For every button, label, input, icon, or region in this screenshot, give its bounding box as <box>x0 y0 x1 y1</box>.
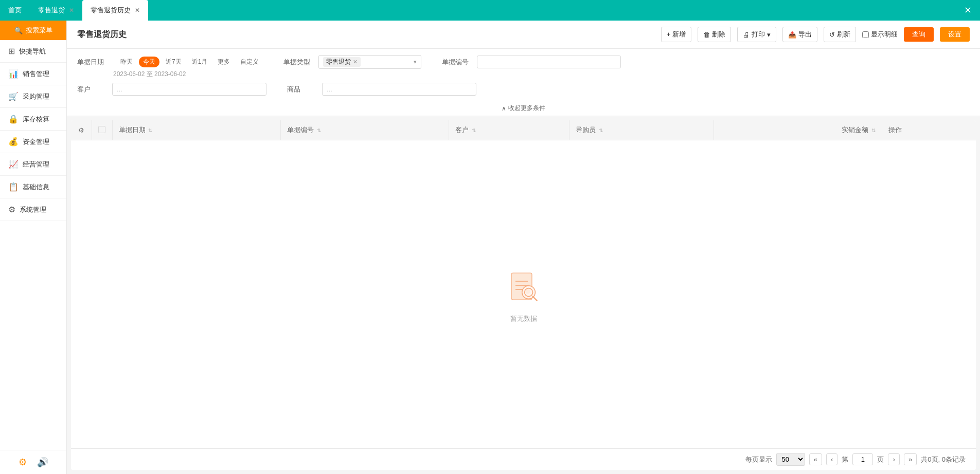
page-title: 零售退货历史 <box>77 29 127 40</box>
total-text: 共0页, 0条记录 <box>921 455 966 464</box>
audio-icon[interactable]: 🔊 <box>37 457 48 468</box>
customer-label: 客户 <box>77 85 108 94</box>
quick-nav-icon: ⊞ <box>8 46 15 56</box>
sort-doc-date-icon: ⇅ <box>148 127 152 133</box>
page-label: 第 <box>842 455 848 464</box>
first-page-btn[interactable]: « <box>809 453 822 465</box>
date-opt-yesterday[interactable]: 昨天 <box>116 57 137 67</box>
tab-retail-return-history-close[interactable]: ✕ <box>135 7 140 14</box>
sort-guide-icon: ⇅ <box>599 127 603 133</box>
purchase-icon: 🛒 <box>8 92 19 101</box>
refresh-button[interactable]: ↺ 刷新 <box>824 27 856 42</box>
set-button[interactable]: 设置 <box>940 27 970 42</box>
delete-button[interactable]: 🗑 删除 <box>698 27 731 42</box>
th-operation: 操作 <box>882 120 976 140</box>
date-opt-1month[interactable]: 近1月 <box>188 57 212 67</box>
filter-area: 单据日期 昨天 今天 近7天 近1月 更多 自定义 单据类型 <box>67 49 980 116</box>
system-icon: ⚙ <box>8 205 15 214</box>
sidebar-search[interactable]: 🔍 搜索菜单 <box>0 21 66 40</box>
new-button[interactable]: + 新增 <box>661 27 691 42</box>
type-label: 单据类型 <box>283 58 314 67</box>
date-opt-today[interactable]: 今天 <box>139 57 159 67</box>
sidebar-item-inventory[interactable]: 🔒 库存核算 <box>0 108 66 131</box>
type-tag-close[interactable]: ✕ <box>353 59 358 65</box>
search-icon: 🔍 <box>14 27 23 34</box>
basic-info-icon: 📋 <box>8 182 19 192</box>
last-page-btn[interactable]: » <box>904 453 917 465</box>
sidebar-bottom: ⚙ 🔊 <box>0 450 66 474</box>
sales-icon: 📊 <box>8 69 19 79</box>
th-settings[interactable]: ⚙ <box>71 120 92 140</box>
sidebar-item-basic-info[interactable]: 📋 基础信息 <box>0 176 66 198</box>
doc-number-input[interactable] <box>477 56 621 68</box>
per-page-select[interactable]: 50 10 20 100 <box>776 453 805 466</box>
th-doc-date[interactable]: 单据日期 ⇅ <box>112 120 280 140</box>
tab-home[interactable]: 首页 <box>0 0 30 21</box>
refresh-icon: ↺ <box>829 31 835 39</box>
date-opt-custom[interactable]: 自定义 <box>236 57 263 67</box>
th-guide[interactable]: 导购员 ⇅ <box>569 120 714 140</box>
sidebar-item-system-mgmt[interactable]: ⚙ 系统管理 <box>0 198 66 221</box>
prev-page-btn[interactable]: ‹ <box>826 453 838 465</box>
page-number-input[interactable] <box>852 453 873 465</box>
th-actual-amount[interactable]: 实销金额 ⇅ <box>714 120 882 140</box>
type-filter: 单据类型 零售退货 ✕ ▾ <box>283 55 421 69</box>
customer-input[interactable] <box>112 83 266 96</box>
top-bar: 首页 零售退货 ✕ 零售退货历史 ✕ ✕ <box>0 0 980 21</box>
query-button[interactable]: 查询 <box>904 27 934 42</box>
date-label: 单据日期 <box>77 58 108 67</box>
pagination-bar: 每页显示 50 10 20 100 « ‹ 第 页 › » 共0页, 0条记录 <box>71 448 976 470</box>
print-icon: 🖨 <box>743 31 750 39</box>
finance-icon: 💰 <box>8 137 19 147</box>
svg-line-6 <box>532 297 537 301</box>
doc-number-label: 单据编号 <box>442 58 473 67</box>
main-content: 零售退货历史 + 新增 🗑 删除 🖨 打印 ▾ 📤 导出 ↺ <box>67 21 980 474</box>
date-opt-more[interactable]: 更多 <box>213 57 234 67</box>
settings-bottom-icon[interactable]: ⚙ <box>19 457 27 468</box>
tab-retail-return-close[interactable]: ✕ <box>69 7 74 14</box>
delete-icon: 🗑 <box>703 31 710 39</box>
sort-doc-no-icon: ⇅ <box>317 127 321 133</box>
print-dropdown-icon: ▾ <box>767 31 771 39</box>
date-opt-7days[interactable]: 近7天 <box>162 57 186 67</box>
select-all-checkbox[interactable] <box>98 126 105 133</box>
main-layout: 🔍 搜索菜单 ⊞ 快捷导航 📊 销售管理 🛒 采购管理 🔒 库存核算 💰 资金管… <box>0 21 980 474</box>
th-checkbox[interactable] <box>92 120 112 140</box>
collapse-button[interactable]: ∧ 收起更多条件 <box>77 101 970 116</box>
page-suffix: 页 <box>877 455 884 464</box>
type-select-arrow: ▾ <box>414 59 417 65</box>
operations-icon: 📈 <box>8 159 19 169</box>
sidebar-item-sales-mgmt[interactable]: 📊 销售管理 <box>0 63 66 85</box>
sidebar-item-quick-nav[interactable]: ⊞ 快捷导航 <box>0 40 66 63</box>
th-customer[interactable]: 客户 ⇅ <box>449 120 569 140</box>
date-range-display: 2023-06-02 至 2023-06-02 <box>113 70 970 79</box>
next-page-btn[interactable]: › <box>888 453 899 465</box>
export-button[interactable]: 📤 导出 <box>782 27 817 42</box>
filter-row-2: 客户 商品 <box>77 83 970 96</box>
show-detail-checkbox[interactable] <box>862 31 869 38</box>
tab-retail-return-history[interactable]: 零售退货历史 ✕ <box>82 0 148 21</box>
print-button[interactable]: 🖨 打印 ▾ <box>737 27 776 42</box>
sidebar-item-operations[interactable]: 📈 经营管理 <box>0 153 66 176</box>
goods-input[interactable] <box>322 83 476 96</box>
window-close-button[interactable]: ✕ <box>964 5 980 16</box>
pagination-wrapper: 每页显示 50 10 20 100 « ‹ 第 页 › » 共0页, 0条记录 <box>71 448 976 470</box>
svg-point-7 <box>525 289 530 294</box>
customer-filter: 客户 <box>77 83 266 96</box>
date-filter: 单据日期 昨天 今天 近7天 近1月 更多 自定义 <box>77 57 263 67</box>
th-doc-no[interactable]: 单据编号 ⇅ <box>280 120 449 140</box>
collapse-icon: ∧ <box>502 105 506 112</box>
tab-list: 首页 零售退货 ✕ 零售退货历史 ✕ <box>0 0 964 21</box>
doc-number-filter: 单据编号 <box>442 56 621 68</box>
sort-customer-icon: ⇅ <box>472 127 476 133</box>
empty-state: 暂无数据 <box>503 267 544 323</box>
show-detail-checkbox-label[interactable]: 显示明细 <box>862 30 898 39</box>
data-table: ⚙ 单据日期 ⇅ 单据编号 ⇅ <box>71 120 976 140</box>
sort-amount-icon: ⇅ <box>871 127 876 133</box>
tab-retail-return[interactable]: 零售退货 ✕ <box>30 0 82 21</box>
sidebar-item-purchase-mgmt[interactable]: 🛒 采购管理 <box>0 85 66 108</box>
sidebar-item-finance[interactable]: 💰 资金管理 <box>0 131 66 153</box>
type-select[interactable]: 零售退货 ✕ ▾ <box>318 55 421 69</box>
filter-row-1: 单据日期 昨天 今天 近7天 近1月 更多 自定义 单据类型 <box>77 55 970 69</box>
date-options: 昨天 今天 近7天 近1月 更多 自定义 <box>116 57 263 67</box>
